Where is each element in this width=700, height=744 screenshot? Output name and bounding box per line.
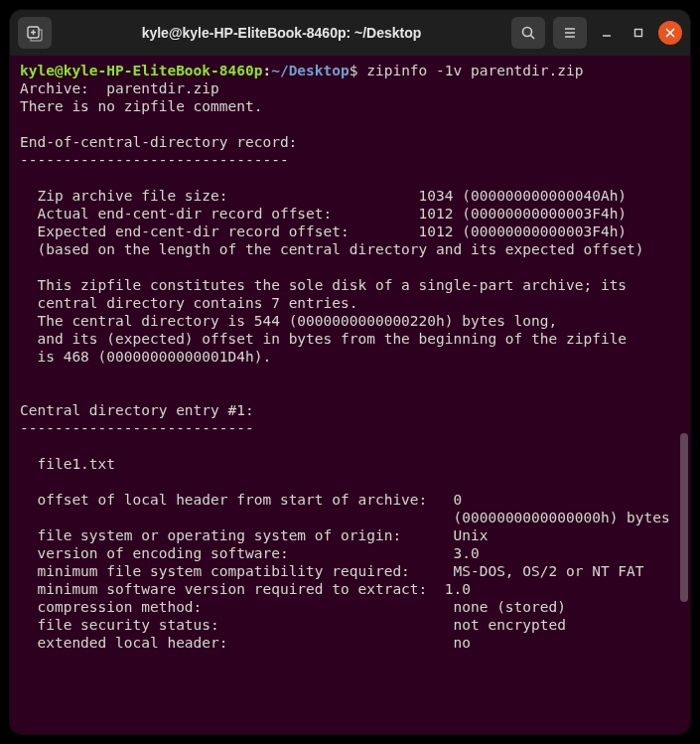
out-para1-l2: central directory contains 7 entries. — [20, 295, 357, 311]
out-para1-l1: This zipfile constitutes the sole disk o… — [20, 277, 627, 293]
titlebar-left — [18, 17, 52, 49]
search-button[interactable] — [511, 17, 545, 49]
out-offset-l2: (0000000000000000h) bytes — [20, 510, 670, 525]
out-offset-l1: offset of local header from start of arc… — [20, 492, 462, 508]
out-para1-l5: is 468 (00000000000001D4h). — [20, 349, 271, 365]
command-text — [357, 63, 366, 78]
command: zipinfo -1v parentdir.zip — [366, 63, 583, 78]
menu-button[interactable] — [553, 17, 587, 49]
close-icon — [665, 28, 675, 38]
search-icon — [520, 25, 536, 41]
out-archive: Archive: parentdir.zip — [20, 80, 219, 96]
out-para1-l3: The central directory is 544 (0000000000… — [20, 313, 557, 329]
maximize-icon — [632, 27, 644, 39]
terminal-body[interactable]: kyle@kyle-HP-EliteBook-8460p:~/Desktop$ … — [10, 56, 690, 734]
svg-line-4 — [531, 36, 535, 40]
svg-rect-9 — [635, 30, 642, 37]
prompt-colon: : — [262, 63, 271, 78]
out-filename: file1.txt — [20, 456, 115, 472]
out-fs-origin: file system or operating system of origi… — [20, 527, 488, 543]
prompt-user-host: kyle@kyle-HP-EliteBook-8460p — [20, 63, 262, 78]
window-title: kyle@kyle-HP-EliteBook-8460p: ~/Desktop — [58, 25, 505, 41]
out-comp: compression method: none (stored) — [20, 599, 566, 615]
minimize-button[interactable] — [595, 21, 619, 45]
out-expected-eocd: Expected end-cent-dir record offset: 101… — [20, 223, 627, 239]
new-tab-button[interactable] — [18, 17, 52, 49]
scrollbar-thumb[interactable] — [680, 433, 688, 602]
out-zip-size: Zip archive file size: 1034 (00000000000… — [20, 188, 627, 204]
hamburger-icon — [562, 25, 578, 41]
scrollbar-track[interactable] — [680, 56, 688, 734]
out-sec: file security status: not encrypted — [20, 617, 566, 633]
out-eocd-dashes: ------------------------------- — [20, 152, 289, 168]
minimize-icon — [601, 27, 613, 39]
out-cde-dashes: --------------------------- — [20, 420, 254, 436]
out-based-on: (based on the length of the central dire… — [20, 241, 644, 257]
out-cde-header: Central directory entry #1: — [20, 402, 254, 418]
terminal-window: kyle@kyle-HP-EliteBook-8460p: ~/Desktop — [10, 10, 690, 734]
out-actual-eocd: Actual end-cent-dir record offset: 1012 … — [20, 206, 627, 222]
out-para1-l4: and its (expected) offset in bytes from … — [20, 331, 627, 347]
svg-point-3 — [523, 28, 532, 37]
out-min-fs: minimum file system compatibility requir… — [20, 563, 644, 579]
out-eocd-header: End-of-central-directory record: — [20, 134, 297, 150]
close-button[interactable] — [658, 21, 682, 45]
new-tab-icon — [26, 24, 44, 42]
prompt-path: ~/Desktop — [271, 63, 350, 78]
out-min-sw: minimum software version required to ext… — [20, 581, 471, 597]
out-comment: There is no zipfile comment. — [20, 98, 262, 114]
out-enc-ver: version of encoding software: 3.0 — [20, 545, 480, 561]
maximize-button[interactable] — [627, 21, 650, 45]
titlebar: kyle@kyle-HP-EliteBook-8460p: ~/Desktop — [10, 10, 690, 56]
titlebar-right — [511, 17, 682, 49]
out-ext-hdr: extended local header: no — [20, 635, 471, 651]
